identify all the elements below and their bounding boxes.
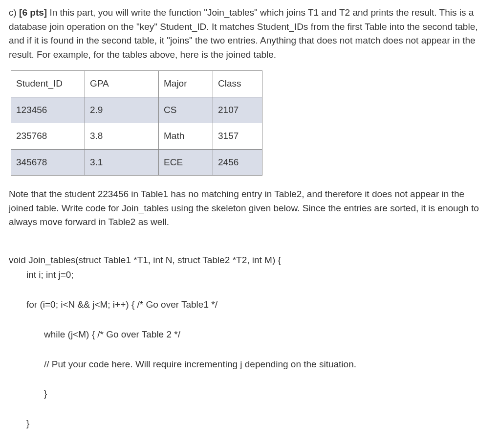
table-header-row: Student_ID GPA Major Class xyxy=(11,71,262,97)
cell-major: ECE xyxy=(159,149,213,176)
joined-table: Student_ID GPA Major Class 123456 2.9 CS… xyxy=(11,70,262,176)
cell-major: Math xyxy=(159,123,213,150)
cell-student-id: 123456 xyxy=(11,97,85,123)
code-line: while (j<M) { /* Go over Table 2 */ xyxy=(9,327,491,342)
table-row: 345678 3.1 ECE 2456 xyxy=(11,149,262,176)
table-row: 123456 2.9 CS 2107 xyxy=(11,97,262,123)
code-skeleton: void Join_tables(struct Table1 *T1, int … xyxy=(9,238,491,448)
cell-class: 2107 xyxy=(213,97,262,123)
question-label: c) xyxy=(9,7,19,18)
header-class: Class xyxy=(213,71,262,97)
code-line: void Join_tables(struct Table1 *T1, int … xyxy=(9,255,281,265)
cell-gpa: 3.8 xyxy=(85,123,159,150)
question-paragraph-1: c) [6 pts] In this part, you will write … xyxy=(9,6,491,62)
cell-class: 3157 xyxy=(213,123,262,150)
code-line: // Put your code here. Will require incr… xyxy=(9,357,491,372)
points-label: [6 pts] xyxy=(19,7,47,18)
table-row: 235768 3.8 Math 3157 xyxy=(11,123,262,150)
header-major: Major xyxy=(159,71,213,97)
question-paragraph-2: Note that the student 223456 in Table1 h… xyxy=(9,187,491,229)
code-line: for (i=0; i<N && j<M; i++) { /* Go over … xyxy=(9,297,491,312)
cell-major: CS xyxy=(159,97,213,123)
cell-class: 2456 xyxy=(213,149,262,176)
cell-gpa: 3.1 xyxy=(85,149,159,176)
cell-student-id: 235768 xyxy=(11,123,85,150)
cell-student-id: 345678 xyxy=(11,149,85,176)
cell-gpa: 2.9 xyxy=(85,97,159,123)
header-gpa: GPA xyxy=(85,71,159,97)
question-text: In this part, you will write the functio… xyxy=(9,7,478,60)
code-line: int i; int j=0; xyxy=(9,268,491,282)
header-student-id: Student_ID xyxy=(11,71,85,97)
code-line: } xyxy=(9,416,491,431)
code-line: } xyxy=(9,386,491,401)
